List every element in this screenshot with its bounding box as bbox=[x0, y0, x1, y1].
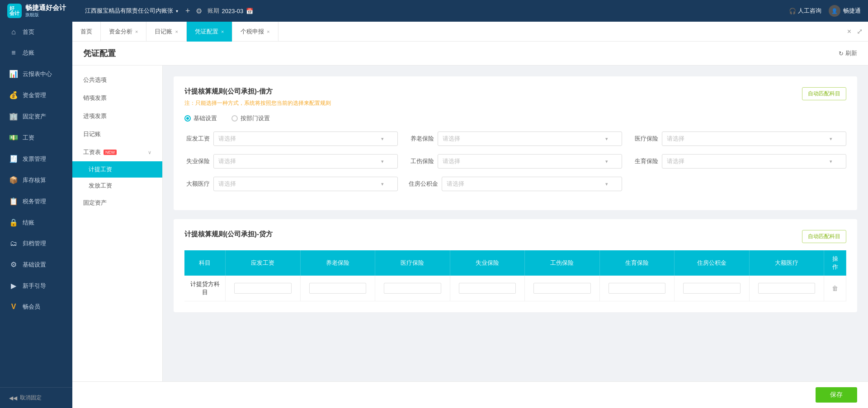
logo-title: 畅捷通好会计 bbox=[25, 4, 66, 12]
service-button[interactable]: 🎧 人工咨询 bbox=[789, 7, 821, 15]
sidebar-item-close[interactable]: 🔒 结账 bbox=[0, 212, 72, 233]
select-supp-placeholder: 请选择 bbox=[218, 180, 236, 188]
radio-basic[interactable]: 基础设置 bbox=[184, 114, 217, 122]
left-nav-sales-invoice[interactable]: 销项发票 bbox=[72, 89, 162, 107]
col-pension: 养老保险 bbox=[300, 250, 375, 276]
select-maternity[interactable]: 请选择 ▾ bbox=[662, 154, 846, 169]
col-housing: 住房公积金 bbox=[675, 250, 750, 276]
service-label: 人工咨询 bbox=[798, 7, 821, 15]
cancel-fixed-label: 取消固定 bbox=[20, 394, 42, 402]
company-selector[interactable]: 江西服宝精品有限责任公司内账张 ▾ bbox=[85, 7, 178, 15]
select-unemployment[interactable]: 请选择 ▾ bbox=[213, 154, 398, 169]
refresh-label: 刷新 bbox=[845, 49, 857, 57]
debit-section-title: 计提核算规则(公司承担)-借方 bbox=[184, 87, 331, 96]
logo-abbr: 好会计 bbox=[9, 6, 19, 16]
tab-voucher-config[interactable]: 凭证配置 × bbox=[187, 22, 232, 42]
tab-journal-close-icon[interactable]: × bbox=[175, 29, 178, 34]
sidebar-item-invoice[interactable]: 🧾 发票管理 bbox=[0, 148, 72, 169]
ledger-icon: ≡ bbox=[9, 49, 18, 57]
select-injury[interactable]: 请选择 ▾ bbox=[438, 154, 622, 169]
delete-row-icon[interactable]: 🗑 bbox=[832, 285, 838, 292]
save-button[interactable]: 保存 bbox=[816, 387, 857, 403]
logo-text-area: 畅捷通好会计 旗舰版 bbox=[25, 4, 66, 18]
sidebar-item-assets[interactable]: 🏢 固定资产 bbox=[0, 106, 72, 127]
sidebar-item-guide[interactable]: ▶ 新手引导 bbox=[0, 275, 72, 296]
sidebar-item-settings[interactable]: ⚙ 基础设置 bbox=[0, 254, 72, 275]
select-injury-chevron-icon: ▾ bbox=[605, 159, 608, 164]
select-pension[interactable]: 请选择 ▾ bbox=[438, 131, 622, 146]
user-area[interactable]: 👤 畅捷通 bbox=[829, 5, 861, 17]
debit-form-row-2: 失业保险 请选择 ▾ 工伤保险 请选择 ▾ bbox=[184, 154, 846, 169]
radio-by-dept[interactable]: 按部门设置 bbox=[231, 114, 270, 122]
tab-bar-actions: × ⤢ bbox=[847, 27, 868, 36]
cancel-fixed-button[interactable]: ◀◀ 取消固定 bbox=[0, 387, 72, 408]
cell-housing bbox=[675, 276, 750, 301]
cell-maternity bbox=[599, 276, 675, 301]
input-maternity[interactable] bbox=[609, 283, 665, 294]
salary-icon: 💵 bbox=[9, 133, 18, 142]
col-gross-salary: 应发工资 bbox=[226, 250, 301, 276]
cell-injury bbox=[525, 276, 600, 301]
sidebar-item-reports[interactable]: 📊 云报表中心 bbox=[0, 63, 72, 84]
sidebar-label-reports: 云报表中心 bbox=[23, 70, 52, 78]
sidebar-item-inventory[interactable]: 📦 库存核算 bbox=[0, 169, 72, 191]
cell-operation: 🗑 bbox=[824, 276, 846, 301]
debit-auto-match-button[interactable]: 自动匹配科目 bbox=[802, 87, 846, 100]
reports-icon: 📊 bbox=[9, 70, 18, 78]
input-gross[interactable] bbox=[234, 283, 291, 294]
expand-tab-icon[interactable]: ⤢ bbox=[857, 27, 863, 36]
select-housing-fund[interactable]: 请选择 ▾ bbox=[442, 177, 622, 191]
calendar-icon[interactable]: 📅 bbox=[246, 8, 253, 14]
settings-icon[interactable]: ⚙ bbox=[196, 7, 202, 15]
field-maternity: 生育保险 请选择 ▾ bbox=[633, 154, 846, 169]
sidebar-item-archive[interactable]: 🗂 归档管理 bbox=[0, 233, 72, 254]
left-nav-purchase-invoice[interactable]: 进项发票 bbox=[72, 107, 162, 125]
left-nav-fixed-assets[interactable]: 固定资产 bbox=[72, 194, 162, 212]
refresh-icon: ↻ bbox=[839, 50, 844, 57]
close-tab-icon[interactable]: × bbox=[847, 28, 851, 36]
credit-auto-match-button[interactable]: 自动匹配科目 bbox=[802, 230, 846, 243]
select-gross-salary[interactable]: 请选择 ▾ bbox=[213, 131, 398, 146]
select-supplemental-medical[interactable]: 请选择 ▾ bbox=[213, 177, 398, 191]
left-nav-salary-table[interactable]: 工资表 NEW ∨ bbox=[72, 143, 162, 161]
input-housing[interactable] bbox=[683, 283, 740, 294]
select-medical[interactable]: 请选择 ▾ bbox=[662, 131, 846, 146]
sidebar-item-vip[interactable]: V 畅会员 bbox=[0, 296, 72, 317]
sidebar-label-home: 首页 bbox=[23, 28, 34, 36]
tab-tax-close-icon[interactable]: × bbox=[267, 29, 269, 34]
input-supp-medical[interactable] bbox=[758, 283, 815, 294]
left-nav-purchase-label: 进项发票 bbox=[83, 112, 107, 120]
tab-finance-analysis[interactable]: 资金分析 × bbox=[101, 22, 146, 42]
input-unemployment[interactable] bbox=[459, 283, 516, 294]
sidebar-item-home[interactable]: ⌂ 首页 bbox=[0, 22, 72, 42]
left-nav-public[interactable]: 公共选项 bbox=[72, 71, 162, 89]
left-nav-journal[interactable]: 日记账 bbox=[72, 125, 162, 143]
invoice-icon: 🧾 bbox=[9, 155, 18, 163]
sidebar-item-salary[interactable]: 💵 工资 bbox=[0, 127, 72, 148]
tab-finance-close-icon[interactable]: × bbox=[135, 29, 138, 34]
select-pension-placeholder: 请选择 bbox=[443, 135, 460, 143]
field-medical: 医疗保险 请选择 ▾ bbox=[633, 131, 846, 146]
tab-home[interactable]: 首页 bbox=[72, 22, 101, 42]
sidebar-item-tax[interactable]: 📋 税务管理 bbox=[0, 191, 72, 212]
credit-section: 计提核算规则(公司承担)-贷方 自动匹配科目 科目 应发工资 养老保险 医疗保险… bbox=[174, 219, 857, 312]
add-tab-icon[interactable]: + bbox=[185, 6, 190, 16]
label-pension: 养老保险 bbox=[409, 135, 434, 143]
select-medical-chevron-icon: ▾ bbox=[830, 136, 832, 142]
sidebar-item-ledger[interactable]: ≡ 总账 bbox=[0, 42, 72, 63]
input-pension[interactable] bbox=[309, 283, 366, 294]
input-injury[interactable] bbox=[533, 283, 590, 294]
tab-tax-report[interactable]: 个税申报 × bbox=[232, 22, 278, 42]
right-content: 计提核算规则(公司承担)-借方 注：只能选择一种方式，系统将按照您当前的选择来配… bbox=[163, 66, 868, 381]
col-maternity: 生育保险 bbox=[599, 250, 675, 276]
left-nav-calc-salary[interactable]: 计提工资 bbox=[72, 161, 162, 178]
refresh-button[interactable]: ↻ 刷新 bbox=[839, 49, 857, 57]
input-medical[interactable] bbox=[384, 283, 441, 294]
select-maternity-placeholder: 请选择 bbox=[667, 157, 684, 165]
save-bar: 保存 bbox=[72, 381, 868, 408]
sidebar-item-finance[interactable]: 💰 资金管理 bbox=[0, 84, 72, 106]
cell-unemployment bbox=[450, 276, 525, 301]
tab-journal[interactable]: 日记账 × bbox=[146, 22, 186, 42]
left-nav-pay-salary[interactable]: 发放工资 bbox=[72, 178, 162, 194]
tab-voucher-close-icon[interactable]: × bbox=[221, 29, 224, 34]
